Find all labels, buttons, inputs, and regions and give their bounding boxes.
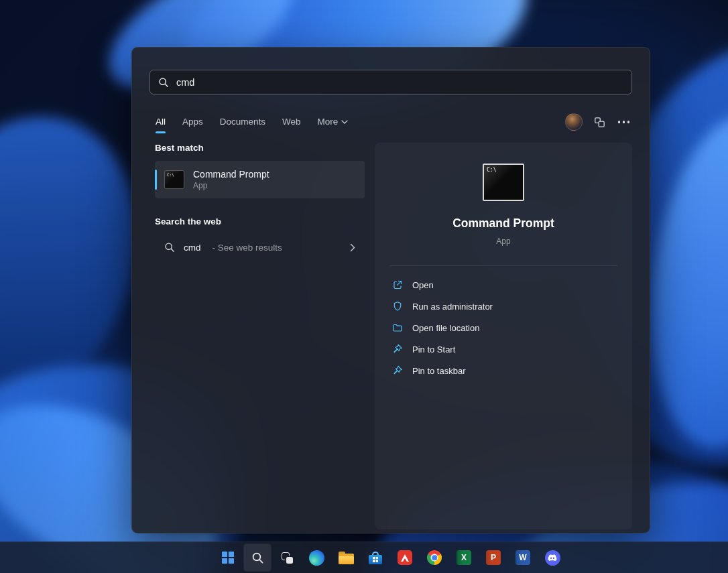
logo-square	[222, 552, 227, 557]
chevron-down-icon	[341, 120, 348, 124]
tab-label: More	[318, 117, 339, 127]
folder-icon	[392, 322, 403, 333]
taskbar-search-button[interactable]	[244, 544, 271, 571]
best-match-result[interactable]: C:\ Command Prompt App	[155, 161, 365, 198]
pin-icon	[392, 344, 403, 355]
logo-square	[229, 558, 234, 564]
store-windows-logo	[373, 557, 378, 562]
tab-all[interactable]: All	[155, 113, 166, 133]
search-the-web-label: Search the web	[155, 216, 365, 227]
adobe-acrobat-icon	[398, 550, 412, 565]
pin-icon	[392, 365, 403, 376]
word-icon: W	[515, 550, 530, 565]
preview-title: Command Prompt	[452, 216, 554, 231]
search-input[interactable]	[176, 77, 623, 88]
result-subtitle: App	[193, 181, 269, 190]
command-prompt-icon-large: C:\	[483, 164, 524, 201]
search-icon	[164, 242, 175, 253]
cmd-screen-text: C:\	[167, 172, 174, 177]
taskbar-edge-button[interactable]	[303, 544, 330, 571]
file-explorer-icon	[339, 552, 354, 564]
taskbar: X P W	[0, 542, 728, 573]
user-avatar[interactable]	[565, 113, 583, 131]
cmd-screen-text: C:\	[487, 167, 496, 173]
web-query-text: cmd	[184, 243, 201, 253]
tab-apps[interactable]: Apps	[182, 113, 204, 133]
taskbar-file-explorer-button[interactable]	[332, 544, 359, 571]
action-label: Open file location	[412, 323, 479, 333]
search-results-area: Best match C:\ Command Prompt App Search…	[132, 143, 650, 529]
taskbar-word-button[interactable]: W	[509, 544, 536, 571]
action-open[interactable]: Open	[389, 274, 617, 296]
tab-label: Apps	[182, 117, 203, 127]
folder-front	[339, 556, 354, 564]
result-text: Command Prompt App	[193, 169, 269, 190]
search-header-icons	[565, 113, 631, 131]
tab-web[interactable]: Web	[282, 113, 302, 133]
excel-icon: X	[457, 550, 471, 565]
taskbar-microsoft-store-button[interactable]	[362, 544, 389, 571]
taskbar-start-button[interactable]	[215, 544, 241, 571]
tab-more[interactable]: More	[317, 113, 349, 133]
action-label: Pin to taskbar	[412, 366, 466, 376]
task-view-front-square	[286, 557, 293, 564]
logo-square	[373, 560, 375, 562]
action-pin-to-taskbar[interactable]: Pin to taskbar	[389, 360, 617, 381]
edge-icon	[309, 550, 324, 566]
tab-documents[interactable]: Documents	[219, 113, 266, 133]
tab-label: Web	[282, 117, 301, 127]
action-run-as-administrator[interactable]: Run as administrator	[389, 296, 617, 317]
logo-square	[229, 552, 234, 557]
search-filter-tabs: All Apps Documents Web More	[155, 111, 349, 133]
taskbar-excel-button[interactable]: X	[450, 544, 477, 571]
search-flyout: All Apps Documents Web More	[131, 47, 650, 533]
search-filter-bar: All Apps Documents Web More	[155, 111, 631, 133]
command-prompt-icon: C:\	[164, 170, 184, 189]
logo-square	[373, 557, 375, 560]
tab-label: All	[156, 117, 166, 127]
best-match-label: Best match	[155, 143, 365, 153]
powerpoint-icon: P	[486, 550, 501, 565]
admin-shield-icon	[392, 301, 403, 312]
action-label: Pin to Start	[412, 344, 455, 355]
action-open-file-location[interactable]: Open file location	[389, 317, 617, 338]
taskbar-items: X P W	[215, 544, 566, 571]
preview-pane: C:\ Command Prompt App Open	[375, 143, 632, 529]
taskbar-adobe-acrobat-button[interactable]	[391, 544, 418, 571]
action-label: Run as administrator	[412, 302, 493, 312]
dot	[623, 121, 625, 123]
search-options-icon[interactable]	[594, 117, 605, 128]
results-column: Best match C:\ Command Prompt App Search…	[155, 143, 365, 261]
dot	[627, 121, 630, 123]
action-pin-to-start[interactable]: Pin to Start	[389, 338, 617, 360]
search-icon	[251, 552, 264, 564]
logo-square	[376, 560, 379, 562]
web-suffix-text: - See web results	[213, 243, 282, 253]
chrome-icon	[427, 550, 442, 565]
discord-glyph	[548, 554, 557, 562]
preview-subtitle: App	[496, 237, 510, 246]
taskbar-chrome-button[interactable]	[421, 544, 448, 571]
task-view-icon	[282, 552, 293, 564]
tab-label: Documents	[220, 117, 265, 127]
open-icon	[392, 279, 403, 290]
result-title: Command Prompt	[193, 169, 269, 180]
taskbar-discord-button[interactable]	[539, 544, 566, 571]
acrobat-triangle	[401, 554, 410, 562]
store-bag	[369, 555, 382, 564]
search-icon	[158, 77, 169, 88]
web-search-result[interactable]: cmd - See web results	[155, 234, 365, 261]
dot	[618, 121, 621, 123]
action-label: Open	[412, 280, 434, 290]
taskbar-task-view-button[interactable]	[274, 544, 300, 571]
chevron-right-icon	[350, 243, 355, 252]
logo-square	[222, 558, 227, 564]
taskbar-powerpoint-button[interactable]: P	[480, 544, 507, 571]
more-options-button[interactable]	[617, 118, 631, 126]
logo-square	[376, 557, 379, 560]
microsoft-store-icon	[369, 552, 382, 564]
windows-logo-icon	[222, 552, 234, 564]
search-box[interactable]	[149, 70, 632, 94]
discord-icon	[545, 550, 560, 566]
preview-actions: Open Run as administrator	[375, 266, 632, 381]
